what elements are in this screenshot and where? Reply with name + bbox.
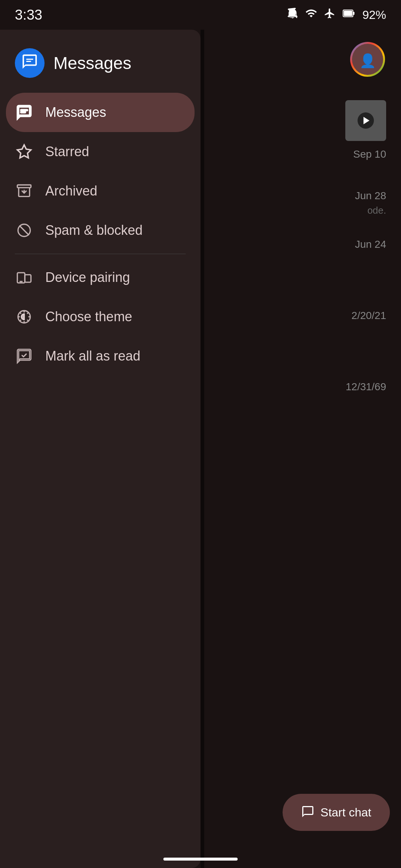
svg-marker-11 [17, 145, 31, 158]
status-icons: 92% [287, 7, 386, 22]
nav-label-choose-theme: Choose theme [45, 309, 132, 325]
drawer-title: Messages [53, 53, 131, 73]
messages-logo [15, 48, 45, 78]
date-jun28: Jun 28 [200, 190, 401, 202]
messages-logo-icon [21, 53, 38, 73]
nav-label-spam-blocked: Spam & blocked [45, 223, 143, 238]
battery-icon [342, 7, 356, 22]
navigation-drawer: Messages Messages Starred [0, 30, 200, 868]
play-triangle-icon [363, 117, 369, 124]
nav-item-spam-blocked[interactable]: Spam & blocked [0, 211, 200, 250]
nav-label-device-pairing: Device pairing [45, 270, 130, 285]
block-nav-icon [15, 221, 33, 240]
nav-item-starred[interactable]: Starred [0, 132, 200, 171]
airplane-icon [324, 7, 336, 22]
background-panel: 👤 Sep 10 Jun 28 ode. Jun 24 2/20/21 12/3… [200, 30, 401, 868]
date-jun24: Jun 24 [200, 239, 401, 250]
battery-percent: 92% [362, 8, 386, 22]
star-nav-icon [15, 142, 33, 161]
start-chat-label: Start chat [320, 806, 371, 819]
svg-text:👤: 👤 [359, 53, 376, 69]
drawer-shadow [200, 30, 204, 868]
svg-rect-7 [26, 59, 33, 60]
home-indicator [163, 858, 238, 861]
svg-rect-10 [21, 112, 26, 113]
svg-rect-12 [17, 185, 31, 188]
main-container: 👤 Sep 10 Jun 28 ode. Jun 24 2/20/21 12/3… [0, 30, 401, 868]
theme-nav-icon [15, 308, 33, 326]
status-time: 3:33 [15, 7, 42, 23]
drawer-header: Messages [0, 41, 200, 93]
device-pairing-nav-icon [15, 268, 33, 287]
svg-rect-9 [21, 110, 27, 111]
date-1969: 12/31/69 [200, 381, 401, 393]
nav-item-choose-theme[interactable]: Choose theme [0, 297, 200, 336]
status-bar: 3:33 92% [0, 0, 401, 30]
nav-label-messages: Messages [45, 105, 106, 120]
svg-rect-2 [344, 11, 352, 16]
snippet-text: ode. [200, 205, 401, 216]
archived-nav-icon [15, 182, 33, 200]
date-sep10: Sep 10 [200, 148, 401, 160]
nav-item-archived[interactable]: Archived [0, 171, 200, 211]
nav-label-archived: Archived [45, 183, 97, 199]
profile-ring: 👤 [349, 41, 386, 78]
nav-item-device-pairing[interactable]: Device pairing [0, 258, 200, 297]
svg-rect-16 [25, 275, 31, 282]
start-chat-icon [301, 805, 314, 820]
svg-rect-8 [26, 61, 31, 62]
video-thumbnail [345, 100, 386, 141]
messages-nav-icon [15, 103, 33, 122]
nav-label-mark-all-read: Mark all as read [45, 348, 140, 364]
nav-label-starred: Starred [45, 144, 89, 160]
mute-icon [287, 7, 299, 22]
nav-item-mark-all-read[interactable]: Mark all as read [0, 336, 200, 376]
mark-read-nav-icon [15, 347, 33, 365]
svg-line-14 [19, 226, 29, 235]
nav-item-messages[interactable]: Messages [6, 93, 195, 132]
start-chat-button[interactable]: Start chat [283, 794, 390, 831]
nav-divider [15, 254, 186, 254]
play-button [358, 112, 374, 129]
date-2020: 2/20/21 [200, 310, 401, 322]
wifi-icon [305, 7, 317, 22]
svg-rect-3 [353, 12, 355, 15]
